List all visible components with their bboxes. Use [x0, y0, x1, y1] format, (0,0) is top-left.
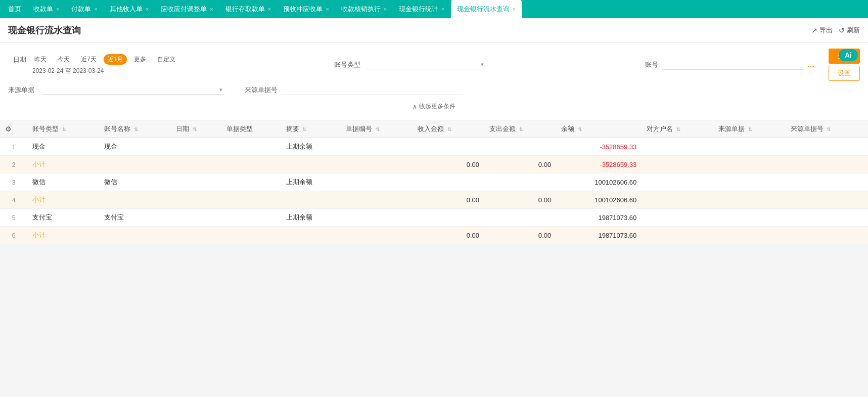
cell-source-doc-no — [786, 173, 869, 191]
th-label-income: 收入金额 — [418, 125, 444, 133]
account-type-select[interactable]: ▾ — [364, 60, 486, 69]
cell-account-type: 小计 — [27, 191, 99, 209]
date-opt-7days[interactable]: 近7天 — [77, 54, 101, 65]
table-row[interactable]: 2小计0.000.00-3528659.33 — [0, 156, 868, 173]
cell-summary — [281, 227, 341, 244]
sort-icon[interactable]: ⇅ — [676, 126, 680, 132]
th-balance: 余额 ⇅ — [556, 120, 642, 138]
cell-income — [413, 209, 484, 227]
cell-balance: 19871073.60 — [556, 227, 642, 244]
sort-icon[interactable]: ⇅ — [134, 126, 138, 132]
cell-doc-no — [341, 156, 413, 173]
th-summary: 摘要 ⇅ — [281, 120, 341, 138]
cell-counter-name — [642, 191, 713, 209]
sort-icon[interactable]: ⇅ — [827, 126, 831, 132]
th-expense: 支出金额 ⇅ — [484, 120, 556, 138]
nav-item-cash-flow[interactable]: 现金银行流水查询 × — [451, 0, 522, 18]
sort-icon[interactable]: ⇅ — [519, 126, 523, 132]
close-icon[interactable]: × — [384, 6, 387, 12]
nav-item-receipt[interactable]: 收款单 × — [27, 0, 65, 18]
sort-icon[interactable]: ⇅ — [447, 126, 451, 132]
cash-flow-table: ⚙ 账号类型 ⇅ 账号名称 ⇅ 日期 ⇅ 单据类型 摘要 — [0, 120, 868, 244]
cell-summary: 上期余额 — [281, 138, 341, 156]
cell-counter-name — [642, 209, 713, 227]
th-source-doc: 来源单据 ⇅ — [713, 120, 785, 138]
cell-counter-name — [642, 227, 713, 244]
filter-row-source: 来源单据 ▾ 来源单据号 — [8, 85, 860, 95]
close-icon[interactable]: × — [56, 6, 59, 12]
sort-icon[interactable]: ⇅ — [62, 126, 66, 132]
cell-source-doc — [713, 209, 785, 227]
date-opt-yesterday[interactable]: 昨天 — [30, 54, 51, 65]
cell-gear: 3 — [0, 173, 27, 191]
cell-source-doc-no — [786, 227, 869, 244]
date-opt-more[interactable]: 更多 — [130, 54, 150, 65]
ai-badge[interactable]: Ai — [839, 49, 858, 61]
nav-item-ar-adjust[interactable]: 应收应付调整单 × — [155, 0, 219, 18]
close-icon[interactable]: × — [94, 6, 97, 12]
th-account-type: 账号类型 ⇅ — [27, 120, 99, 138]
nav-item-home[interactable]: 首页 — [2, 0, 27, 18]
sort-icon[interactable]: ⇅ — [302, 126, 306, 132]
cell-doc-type — [221, 227, 281, 244]
gear-icon[interactable]: ⚙ — [5, 125, 12, 133]
nav-item-bank-deposit[interactable]: 银行存取款单 × — [219, 0, 277, 18]
source-doc-select[interactable]: ▾ — [42, 85, 224, 95]
nav-item-payment[interactable]: 付款单 × — [65, 0, 103, 18]
table-row[interactable]: 6小计0.000.0019871073.60 — [0, 227, 868, 244]
close-icon[interactable]: × — [441, 6, 444, 12]
sort-icon[interactable]: ⇅ — [578, 126, 582, 132]
cell-income — [413, 138, 484, 156]
th-gear: ⚙ — [0, 120, 27, 138]
cell-expense: 0.00 — [484, 156, 556, 173]
export-button[interactable]: ↗ 导出 — [811, 26, 833, 35]
close-icon[interactable]: × — [513, 6, 516, 12]
cell-account-type: 微信 — [27, 173, 99, 191]
top-navigation: 首页 收款单 × 付款单 × 其他收入单 × 应收应付调整单 × 银行存取款单 … — [0, 0, 868, 18]
account-type-filter: 账号类型 ▾ — [334, 60, 486, 69]
sort-icon[interactable]: ⇅ — [748, 126, 752, 132]
th-label-doc-no: 单据编号 — [346, 125, 372, 133]
table-row[interactable]: 4小计0.000.00100102606.60 — [0, 191, 868, 209]
cell-gear: 1 — [0, 138, 27, 156]
collapse-bar[interactable]: ∧ 收起更多条件 — [8, 99, 860, 114]
nav-item-cash-stats[interactable]: 现金银行统计 × — [393, 0, 450, 18]
cell-date — [171, 138, 221, 156]
settings-button[interactable]: 设置 — [829, 66, 860, 81]
cell-balance: 100102606.60 — [556, 173, 642, 191]
page-header: 现金银行流水查询 ↗ 导出 ↺ 刷新 — [0, 18, 868, 42]
more-options-button[interactable]: ... — [808, 60, 814, 69]
date-opt-custom[interactable]: 自定义 — [153, 54, 179, 65]
table-row[interactable]: 1现金现金上期余额-3528659.33 — [0, 138, 868, 156]
table-row[interactable]: 5支付宝支付宝上期余额19871073.60 — [0, 209, 868, 227]
cell-counter-name — [642, 156, 713, 173]
th-doc-type: 单据类型 — [221, 120, 281, 138]
sort-icon[interactable]: ⇅ — [193, 126, 197, 132]
close-icon[interactable]: × — [210, 6, 213, 12]
refresh-button[interactable]: ↺ 刷新 — [839, 26, 860, 35]
th-label-counter-name: 对方户名 — [647, 125, 673, 133]
cell-date — [171, 173, 221, 191]
close-icon[interactable]: × — [326, 6, 329, 12]
nav-item-prepay[interactable]: 预收冲应收单 × — [277, 0, 335, 18]
date-opt-1month[interactable]: 近1月 — [104, 54, 127, 65]
cell-expense — [484, 209, 556, 227]
header-actions: ↗ 导出 ↺ 刷新 — [811, 26, 860, 35]
th-label-balance: 余额 — [561, 125, 574, 133]
close-icon[interactable]: × — [146, 6, 149, 12]
cell-doc-type — [221, 138, 281, 156]
close-icon[interactable]: × — [268, 6, 271, 12]
nav-item-other-income[interactable]: 其他收入单 × — [104, 0, 155, 18]
cell-summary: 上期余额 — [281, 209, 341, 227]
nav-item-collect-exec[interactable]: 收款核销执行 × — [335, 0, 393, 18]
source-doc-no-input[interactable] — [282, 85, 464, 95]
cell-account-name — [99, 156, 171, 173]
sort-icon[interactable]: ⇅ — [376, 126, 380, 132]
account-input[interactable] — [662, 60, 804, 70]
source-doc-label: 来源单据 — [8, 85, 34, 95]
filter-row-date: 日期 昨天 今天 近7天 近1月 更多 自定义 2023-02-24 至 202… — [8, 49, 860, 81]
date-opt-today[interactable]: 今天 — [54, 54, 74, 65]
cell-expense — [484, 138, 556, 156]
table-row[interactable]: 3微信微信上期余额100102606.60 — [0, 173, 868, 191]
source-doc-no-label: 来源单据号 — [245, 85, 278, 95]
